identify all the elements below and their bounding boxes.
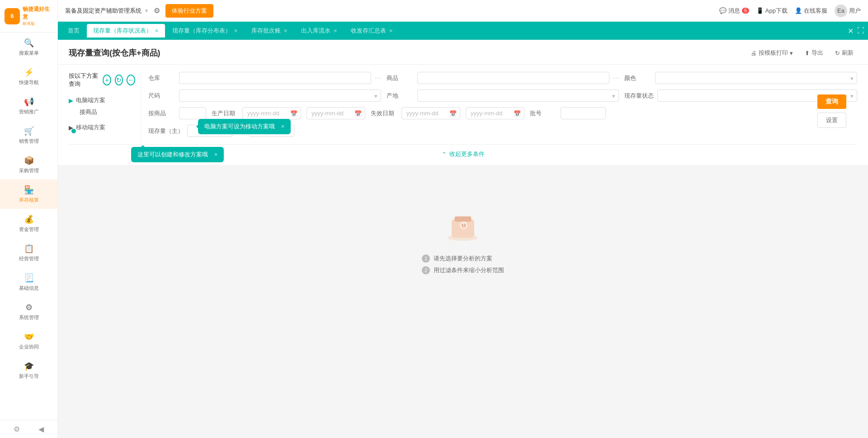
user-avatar-button[interactable]: Ea 用户 xyxy=(835,5,861,17)
batch-input[interactable] xyxy=(561,107,606,119)
search-button[interactable]: 查询 xyxy=(817,94,846,109)
tip-num-2: 2 xyxy=(422,266,430,274)
tab-inventory-dist-close[interactable]: ✕ xyxy=(234,28,238,34)
sidebar-item-enterprise[interactable]: 🤝 企业协同 xyxy=(0,326,57,356)
scheme-item-goods[interactable]: 接商品 xyxy=(69,106,135,118)
collapse-label: 收起更多条件 xyxy=(449,150,485,158)
tab-in-out-flow[interactable]: 出入库流水 ✕ xyxy=(295,24,344,38)
back-scheme-button[interactable]: ← xyxy=(127,75,135,85)
chevron-up-icon: ⌃ xyxy=(442,151,447,158)
indicator-dot xyxy=(71,129,76,133)
print-template-button[interactable]: 🖨 按模板打印 ▾ xyxy=(747,47,797,59)
sidebar-item-newbie[interactable]: 🎓 新手引导 xyxy=(0,356,57,385)
desktop-scheme-label: 电脑端方案 xyxy=(76,96,105,104)
sidebar-item-label: 资金管理 xyxy=(19,226,39,233)
system-icon: ⚙ xyxy=(25,302,33,312)
main-content: 装备及固定资产辅助管理系统 ▾ ⚙ 体验行业方案 💬 消息 6 📱 App下载 … xyxy=(58,0,868,438)
tab-home[interactable]: 首页 xyxy=(61,24,86,38)
tab-collect-send[interactable]: 收发存汇总表 ✕ xyxy=(344,24,399,38)
tab-collect-send-label: 收发存汇总表 xyxy=(351,27,386,35)
message-button[interactable]: 💬 消息 6 xyxy=(719,7,749,15)
desktop-scheme-header[interactable]: ▶ 电脑端方案 xyxy=(69,94,135,106)
size-select[interactable] xyxy=(179,89,381,102)
online-service-button[interactable]: 👤 在线客服 xyxy=(795,7,827,15)
refresh-button[interactable]: ↻ 刷新 xyxy=(831,47,857,59)
mobile-scheme-label: 移动端方案 xyxy=(76,123,105,132)
sidebar-item-sales[interactable]: 🛒 销售管理 xyxy=(0,121,57,150)
scheme-group-mobile: ▶ 移动端方案 xyxy=(69,122,135,133)
sidebar-item-finance[interactable]: 💰 资金管理 xyxy=(0,209,57,238)
tooltip-create-close[interactable]: × xyxy=(214,151,218,158)
tab-inventory-status-close[interactable]: ✕ xyxy=(155,28,159,34)
sidebar-item-search[interactable]: 🔍 搜索菜单 xyxy=(0,33,57,62)
goods-input[interactable] xyxy=(417,72,609,84)
sales-icon: 🛒 xyxy=(24,126,34,136)
page-title: 现存量查询(按仓库+商品) xyxy=(69,47,160,58)
sidebar-item-operation[interactable]: 📋 经营管理 xyxy=(0,238,57,268)
category-input[interactable] xyxy=(179,107,206,119)
color-select[interactable] xyxy=(655,72,857,84)
produce-date-end-calendar-icon[interactable]: 📅 xyxy=(354,110,362,117)
category-field: 按商品 xyxy=(148,107,206,119)
sidebar: 6 畅捷通好生意 标准版 🔍 搜索菜单 ⚡ 快捷导航 📢 营销推广 🛒 销售管理… xyxy=(0,0,58,438)
operation-icon: 📋 xyxy=(24,244,34,254)
produce-date-label: 生产日期 xyxy=(212,109,239,118)
warehouse-input[interactable] xyxy=(179,72,371,84)
sidebar-item-marketing[interactable]: 📢 营销推广 xyxy=(0,91,57,121)
industry-plan-button[interactable]: 体验行业方案 xyxy=(165,4,213,18)
tab-inventory-status[interactable]: 现存量（库存状况表） ✕ xyxy=(87,24,165,38)
sidebar-item-guide[interactable]: ⚡ 快捷导航 xyxy=(0,62,57,91)
sidebar-item-label: 库存核算 xyxy=(19,197,39,203)
empty-tips: 1 请先选择要分析的方案 2 用过滤条件来缩小分析范围 xyxy=(422,253,504,276)
app-download-button[interactable]: 📱 App下载 xyxy=(756,7,788,15)
goods-more-icon[interactable]: ··· xyxy=(613,74,619,82)
scheme-group-desktop: ▶ 电脑端方案 接商品 xyxy=(69,94,135,118)
expire-date-start-calendar-icon[interactable]: 📅 xyxy=(449,110,457,117)
origin-select[interactable] xyxy=(417,89,619,102)
sidebar-item-basic[interactable]: 📃 基础信息 xyxy=(0,268,57,297)
refresh-label: 刷新 xyxy=(842,49,854,57)
stock-status-dropdown-icon: ▾ xyxy=(850,92,854,99)
mobile-scheme-header[interactable]: ▶ 移动端方案 xyxy=(69,122,135,133)
close-all-tabs-button[interactable]: ✕ xyxy=(848,27,854,35)
tooltip-scheme-close[interactable]: × xyxy=(281,123,285,130)
filter-row-1: 仓库 ··· 商品 ··· 颜色 xyxy=(148,72,857,84)
empty-illustration xyxy=(440,202,486,247)
topbar-right: 💬 消息 6 📱 App下载 👤 在线客服 Ea 用户 xyxy=(719,5,861,17)
refresh-scheme-button[interactable]: ↻ xyxy=(115,75,123,85)
refresh-icon: ↻ xyxy=(835,50,840,57)
tab-inventory-dist[interactable]: 现存量（库存分布表） ✕ xyxy=(166,24,244,38)
color-label: 颜色 xyxy=(624,74,651,82)
export-button[interactable]: ⬆ 导出 xyxy=(801,47,827,59)
sidebar-item-inventory[interactable]: 🏪 库存核算 xyxy=(0,179,57,209)
goods-field: 商品 ··· xyxy=(387,72,619,84)
tab-collect-send-close[interactable]: ✕ xyxy=(389,28,393,34)
sidebar-item-label: 新手引导 xyxy=(19,373,39,380)
avatar-text: Ea xyxy=(837,7,844,14)
system-dropdown-icon[interactable]: ▾ xyxy=(145,7,148,14)
service-icon: 👤 xyxy=(795,7,802,14)
print-icon: 🖨 xyxy=(751,50,757,57)
expire-date-end-calendar-icon[interactable]: 📅 xyxy=(514,110,521,117)
sidebar-item-label: 基础信息 xyxy=(19,285,39,292)
tab-inventory-batch-close[interactable]: ✕ xyxy=(283,28,288,34)
goods-label: 商品 xyxy=(387,74,414,82)
sidebar-item-system[interactable]: ⚙ 系统管理 xyxy=(0,297,57,326)
sidebar-item-label: 企业协同 xyxy=(19,344,39,350)
add-scheme-button[interactable]: + xyxy=(103,75,111,85)
tab-inventory-batch[interactable]: 库存批次账 ✕ xyxy=(245,24,294,38)
produce-date-start-calendar-icon[interactable]: 📅 xyxy=(290,110,297,117)
gear-button[interactable]: ⚙ xyxy=(154,6,160,15)
user-avatar: Ea xyxy=(835,5,847,17)
message-icon: 💬 xyxy=(719,7,726,14)
tab-inventory-batch-label: 库存批次账 xyxy=(251,27,281,35)
sidebar-item-purchase[interactable]: 📦 采购管理 xyxy=(0,150,57,179)
online-service-label: 在线客服 xyxy=(804,7,827,15)
tab-in-out-flow-close[interactable]: ✕ xyxy=(333,28,337,34)
expand-button[interactable]: ⛶ xyxy=(857,27,864,35)
reset-button[interactable]: 设置 xyxy=(817,113,846,128)
tab-in-out-flow-label: 出入库流水 xyxy=(301,27,330,35)
settings-button[interactable]: ⚙ xyxy=(14,425,20,433)
warehouse-more-icon[interactable]: ··· xyxy=(375,74,381,82)
collapse-sidebar-button[interactable]: ◀ xyxy=(38,425,44,433)
